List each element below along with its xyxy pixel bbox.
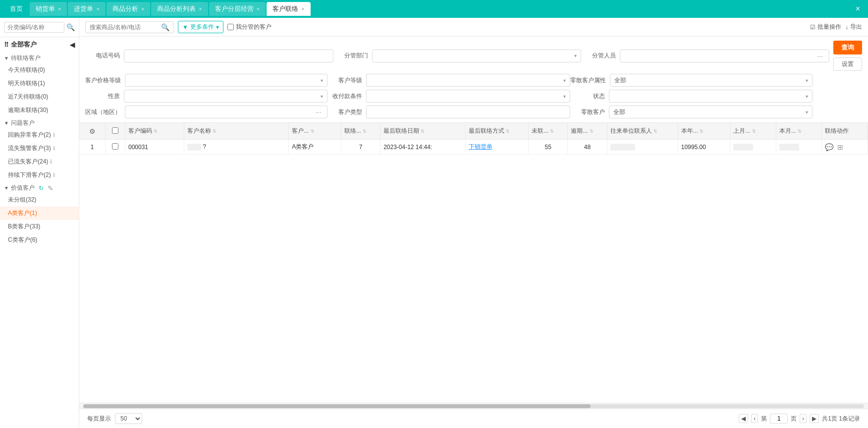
th-contact[interactable]: 联络... ⇅ (341, 123, 380, 140)
dotdotdot-person-icon[interactable]: ··· (815, 52, 825, 60)
tab-goods-list[interactable]: 商品分析列表 × (151, 2, 208, 16)
close-goods-analysis-icon[interactable]: × (141, 6, 144, 12)
group-value-customers[interactable]: ▼ 价值客户 ↻ ✎ (0, 182, 79, 193)
sort-code-icon[interactable]: ⇅ (154, 129, 158, 134)
sort-contact-icon[interactable]: ⇅ (363, 129, 367, 134)
group-problem-customers[interactable]: ▼ 问题客户 (0, 117, 79, 128)
sort-unlinkdays-icon[interactable]: ⇅ (550, 129, 554, 134)
table-gear-icon[interactable]: ⚙ (89, 127, 96, 135)
close-customer-contact-icon[interactable]: × (301, 6, 304, 12)
tab-purchase[interactable]: 进货单 × (68, 2, 105, 16)
more-filter-btn[interactable]: ▼ 更多条件 ▾ (178, 21, 223, 33)
th-lastdate[interactable]: 最后联络日期 ⇅ (380, 123, 466, 140)
sidebar-item-7days[interactable]: 近7天待联络(0) (0, 90, 79, 104)
filter-payment-select[interactable]: ▾ (366, 90, 570, 103)
sidebar-all-customers[interactable]: ⠿ 全部客户 ◀ (0, 37, 79, 52)
sidebar-item-ungrouped[interactable]: 未分组(32) (0, 193, 79, 207)
close-goods-list-icon[interactable]: × (199, 6, 202, 12)
sort-lastway-icon[interactable]: ⇅ (506, 129, 510, 134)
th-overdue[interactable]: 逾期... ⇅ (568, 123, 607, 140)
sort-prevcontact-icon[interactable]: ⇅ (653, 129, 657, 134)
last-page-btn[interactable]: ▶ (810, 414, 819, 423)
filter-customer-level-select[interactable]: ▾ (366, 74, 570, 87)
dotdotdot-region-icon[interactable]: ··· (314, 108, 324, 116)
close-purchase-icon[interactable]: × (96, 6, 99, 12)
row-checkbox[interactable] (112, 143, 118, 150)
sort-thismonth-icon[interactable]: ⇅ (798, 129, 802, 134)
th-code[interactable]: 客户编码 ⇅ (125, 123, 184, 140)
filter-phone-input[interactable] (124, 50, 333, 62)
sort-name-icon[interactable]: ⇅ (213, 129, 217, 134)
sidebar-collapse-icon[interactable]: ◀ (70, 41, 75, 49)
action-chat-icon[interactable]: 💬 (825, 143, 833, 151)
sidebar-search-input[interactable] (4, 22, 64, 33)
filter-ctype-select[interactable] (366, 106, 570, 118)
next-page-btn[interactable]: › (800, 414, 807, 423)
refresh-icon[interactable]: ↻ (39, 185, 44, 192)
filter-dept-select[interactable]: ▾ (372, 50, 582, 62)
filter-retail-select[interactable]: 全部 ▾ (609, 106, 813, 118)
filter-nature-select[interactable]: ▾ (124, 90, 327, 103)
action-qr-icon[interactable]: ⊞ (837, 143, 843, 151)
filter-person-select[interactable]: ··· (620, 50, 829, 62)
filter-price-level-select[interactable]: ▾ (125, 74, 327, 87)
search-input-wrap[interactable]: 🔍 (85, 21, 174, 33)
first-page-btn[interactable]: ◀ (739, 414, 748, 423)
export-btn[interactable]: ↓ 导出 (845, 23, 862, 31)
sidebar-item-repurchase-abnormal[interactable]: 回购异常客户(2) ℹ (0, 128, 79, 142)
tab-customer-tier[interactable]: 客户分层经营 × (209, 2, 266, 16)
edit-groups-icon[interactable]: ✎ (48, 184, 54, 192)
select-all-checkbox[interactable] (112, 127, 118, 134)
my-customers-checkbox[interactable] (227, 24, 234, 30)
main-search-input[interactable] (90, 24, 159, 31)
filter-region-select[interactable]: ··· (125, 106, 327, 118)
th-prevcontact[interactable]: 往来单位联系人 ⇅ (607, 123, 678, 140)
my-customers-checkbox-label[interactable]: 我分管的客户 (227, 23, 271, 31)
sidebar-item-declining[interactable]: 持续下滑客户(2) ℹ (0, 168, 79, 182)
sort-thisyear-icon[interactable]: ⇅ (700, 129, 704, 134)
sort-lastdate-icon[interactable]: ⇅ (421, 129, 425, 134)
th-ctype[interactable]: 客户... ⇅ (289, 123, 341, 140)
th-lastway[interactable]: 最后联络方式 ⇅ (465, 123, 528, 140)
app-close-icon[interactable]: × (852, 4, 864, 13)
tab-customer-contact[interactable]: 客户联络 × (267, 2, 310, 16)
th-lastmonth[interactable]: 上月... ⇅ (730, 123, 776, 140)
tab-home[interactable]: 首页 (4, 2, 29, 16)
settings-button[interactable]: 设置 (833, 57, 862, 71)
th-thismonth[interactable]: 本月... ⇅ (776, 123, 821, 140)
filter-label-status: 状态 (570, 92, 605, 101)
query-button[interactable]: 查询 (833, 41, 862, 54)
th-thisyear[interactable]: 本年... ⇅ (678, 123, 730, 140)
filter-cell-customer-level: 客户等级 ▾ (327, 74, 570, 87)
row-lastway-link[interactable]: 下销货单 (469, 143, 492, 150)
page-number-input[interactable] (770, 414, 788, 424)
main-search-icon[interactable]: 🔍 (161, 23, 169, 31)
hscroll-thumb[interactable] (83, 404, 591, 408)
prev-page-btn[interactable]: ‹ (751, 414, 758, 423)
sidebar-item-churned[interactable]: 已流失客户(24) ℹ (0, 155, 79, 168)
sidebar-item-b-class[interactable]: B类客户(33) (0, 220, 79, 233)
sidebar-item-tomorrow[interactable]: 明天待联络(1) (0, 77, 79, 90)
sidebar-item-a-class[interactable]: A类客户(1) (0, 207, 79, 220)
sidebar-item-churn-warning[interactable]: 流失预警客户(3) ℹ (0, 142, 79, 155)
close-customer-tier-icon[interactable]: × (257, 6, 260, 12)
sidebar-item-c-class[interactable]: C类客户(6) (0, 233, 79, 247)
sort-ctype-icon[interactable]: ⇅ (311, 129, 315, 134)
hscroll-track[interactable] (83, 404, 864, 408)
filter-status-select[interactable]: ▾ (609, 90, 813, 103)
sort-lastmonth-icon[interactable]: ⇅ (752, 129, 756, 134)
tab-goods-analysis[interactable]: 商品分析 × (107, 2, 150, 16)
tab-sales[interactable]: 销货单 × (30, 2, 67, 16)
sidebar-item-today[interactable]: 今天待联络(0) (0, 63, 79, 77)
bulk-op-btn[interactable]: ☑ 批量操作 (810, 23, 841, 31)
th-name[interactable]: 客户名称 ⇅ (184, 123, 288, 140)
sidebar-item-overdue[interactable]: 逾期未联络(30) (0, 104, 79, 117)
sort-overdue-icon[interactable]: ⇅ (590, 129, 594, 134)
page-size-select[interactable]: 50 100 200 (115, 413, 142, 424)
sidebar-search-icon[interactable]: 🔍 (66, 23, 75, 31)
filter-retail-attr-select[interactable]: 全部 ▾ (610, 74, 813, 87)
th-unlinkdays[interactable]: 未联... ⇅ (529, 123, 568, 140)
horizontal-scrollbar[interactable] (79, 403, 868, 409)
group-waiting-contact[interactable]: ▼ 待联络客户 (0, 52, 79, 63)
close-sales-icon[interactable]: × (58, 6, 61, 12)
